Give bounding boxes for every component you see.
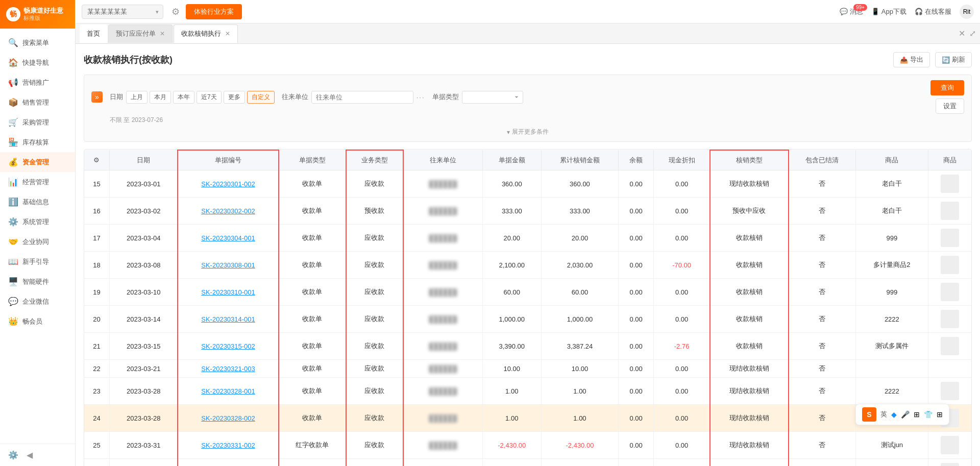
tab-pending-close[interactable]: ✕ [160, 30, 165, 37]
docno-link[interactable]: SK-20230328-002 [201, 414, 255, 422]
row-product [855, 360, 928, 378]
expand-conditions-btn[interactable]: ▾ 展开更多条件 [507, 128, 549, 136]
message-btn[interactable]: 💬 消息 99+ [840, 7, 863, 16]
row-doctype: 收款单 [279, 198, 346, 225]
float-grid-icon[interactable]: ⊞ [914, 410, 920, 419]
sidebar-item-finance[interactable]: 💰资金管理 [0, 152, 75, 172]
float-dot-icon[interactable]: ◆ [891, 410, 897, 419]
refresh-btn[interactable]: 🔄 刷新 [935, 52, 972, 67]
float-mic-icon[interactable]: 🎤 [901, 410, 910, 419]
row-verifytype: 预收款核销 [710, 459, 788, 467]
sidebar-item-marketing[interactable]: 📢营销推广 [0, 72, 75, 92]
date-7days[interactable]: 近7天 [197, 91, 222, 104]
solution-btn[interactable]: 体验行业方案 [186, 4, 242, 19]
close-all-icon[interactable]: ✕ [959, 29, 965, 38]
docno-link[interactable]: SK-20230331-002 [201, 442, 255, 449]
col-settings-header[interactable]: ⚙ [84, 150, 109, 170]
row-amount: -2,430.00 [482, 432, 541, 459]
docno-link[interactable]: SK-20230302-002 [201, 207, 255, 215]
sidebar-item-wechat[interactable]: 💬企业微信 [0, 291, 75, 311]
app-title: 畅康道好生意 [23, 7, 63, 15]
data-table: ⚙ 日期 单据编号 单据类型 业务类型 往来单位 单据金额 累计核销金额 余额 … [84, 150, 971, 466]
workspace-selector[interactable]: 某某某某某某 ▾ [82, 5, 163, 19]
counterparty-input[interactable] [311, 91, 413, 104]
row-discount: 0.00 [653, 459, 710, 467]
date-more[interactable]: 更多 [224, 91, 245, 104]
tab-collection-close[interactable]: ✕ [225, 30, 230, 37]
sidebar-item-quicknav[interactable]: 🏠快捷导航 [0, 53, 75, 72]
docno-link[interactable]: SK-20230314-001 [201, 315, 255, 323]
sidebar-item-guide[interactable]: 📖新手引导 [0, 252, 75, 272]
filter-collapse-btn[interactable]: » [91, 91, 103, 103]
collapse-icon[interactable]: ◀ [27, 450, 33, 460]
sidebar-item-search[interactable]: 🔍搜索菜单 [0, 33, 75, 53]
settings-footer-icon[interactable]: ⚙️ [8, 450, 18, 460]
row-date: 2023-03-21 [109, 360, 178, 378]
online-service-btn[interactable]: 🎧 在线客服 [915, 7, 951, 16]
sidebar-item-operations[interactable]: 📊经营管理 [0, 172, 75, 192]
float-shirt-icon[interactable]: 👕 [924, 410, 933, 419]
row-amount: 20.00 [482, 225, 541, 252]
float-menu-icon[interactable]: ⊞ [937, 410, 943, 419]
tab-home[interactable]: 首页 [80, 24, 107, 43]
docno-link[interactable]: SK-20230310-001 [201, 288, 255, 296]
sidebar-item-basic[interactable]: ℹ️基础信息 [0, 192, 75, 212]
docno-link[interactable]: SK-20230308-001 [201, 261, 255, 269]
row-amount: 2,100.00 [482, 252, 541, 279]
app-download-btn[interactable]: 📱 App下载 [871, 7, 906, 16]
docno-link[interactable]: SK-20230304-001 [201, 234, 255, 242]
row-biztype: 应收款 [346, 252, 403, 279]
row-amount: 333.00 [482, 198, 541, 225]
row-doctype: 收款单 [279, 378, 346, 405]
export-btn[interactable]: 📤 导出 [893, 52, 930, 67]
date-prev-month[interactable]: 上月 [126, 91, 148, 104]
date-custom[interactable]: 自定义 [247, 91, 275, 104]
sidebar-item-purchase[interactable]: 🛒采购管理 [0, 112, 75, 132]
row-docno: SK-20230304-001 [178, 225, 278, 252]
col-product-header: 商品 [855, 150, 928, 170]
date-this-month[interactable]: 本月 [150, 91, 171, 104]
voucher-select[interactable] [462, 91, 523, 104]
docno-link[interactable]: SK-20230301-002 [201, 180, 255, 188]
user-avatar[interactable]: Rit [960, 5, 974, 19]
sidebar-icon-hardware: 🖥️ [8, 277, 18, 286]
expand-icon[interactable]: ⤢ [969, 29, 976, 38]
sidebar-item-inventory[interactable]: 🏪库存核算 [0, 132, 75, 152]
row-date: 2023-03-04 [109, 225, 178, 252]
row-balance: 0.00 [619, 252, 654, 279]
row-date: 2023-03-01 [109, 170, 178, 198]
table-row: 24 2023-03-28 SK-20230328-002 收款单 应收款 ██… [84, 405, 971, 432]
row-counterparty: ██████ [403, 378, 483, 405]
row-verifytype: 收款核销 [710, 306, 788, 333]
query-btn[interactable]: 查询 [930, 80, 964, 95]
row-doctype: 收款单 [279, 225, 346, 252]
docno-link[interactable]: SK-20230321-003 [201, 365, 255, 373]
float-text-icon[interactable]: 英 [880, 410, 887, 419]
tab-pending[interactable]: 预订应应付单 ✕ [108, 24, 173, 43]
sidebar-item-hardware[interactable]: 🖥️智能硬件 [0, 272, 75, 291]
row-doctype: 收款单 [279, 252, 346, 279]
row-biztype: 应收款 [346, 279, 403, 306]
app-icon-topbar: 📱 [871, 8, 879, 15]
topbar-gear-icon[interactable]: ⚙ [172, 6, 180, 17]
sidebar-item-sales[interactable]: 📦销售管理 [0, 92, 75, 112]
tab-collection[interactable]: 收款核销执行 ✕ [174, 24, 238, 43]
date-this-year[interactable]: 本年 [173, 91, 194, 104]
table-row: 20 2023-03-14 SK-20230314-001 收款单 应收款 ██… [84, 306, 971, 333]
docno-link[interactable]: SK-20230315-002 [201, 342, 255, 350]
row-amount: 10.00 [482, 360, 541, 378]
service-label: 在线客服 [925, 7, 951, 16]
row-amount: 1,000.00 [482, 306, 541, 333]
sidebar-icon-guide: 📖 [8, 257, 18, 266]
filter-settings-btn[interactable]: 设置 [936, 99, 964, 114]
sidebar-logo: 畅 畅康道好生意 标推版 [0, 0, 75, 29]
row-includesettled: 否 [789, 252, 856, 279]
row-includesettled: 否 [789, 432, 856, 459]
docno-link[interactable]: SK-20230328-001 [201, 387, 255, 395]
sidebar-item-collab[interactable]: 🤝企业协同 [0, 232, 75, 252]
sidebar-item-system[interactable]: ⚙️系统管理 [0, 212, 75, 232]
row-docno: SK-20230403-002 [178, 459, 278, 467]
row-balance: 0.00 [619, 432, 654, 459]
sidebar-item-member[interactable]: 👑畅会员 [0, 311, 75, 331]
row-no: 17 [84, 225, 109, 252]
